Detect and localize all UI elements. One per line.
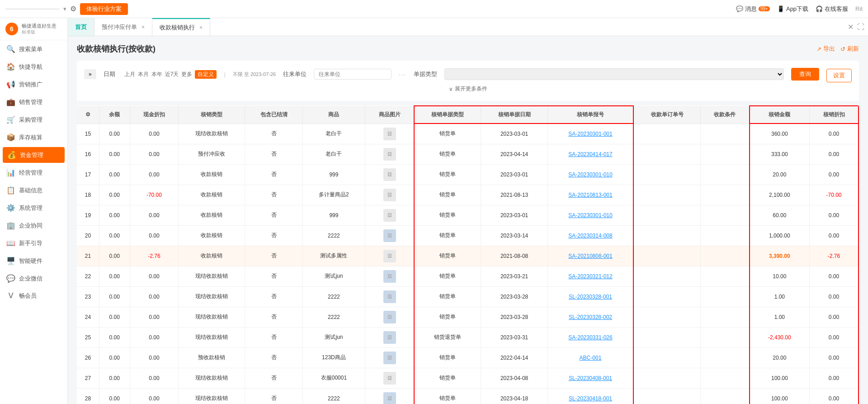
main-layout: 6 畅捷通道好生意 标准版 🔍 搜索菜单 🏠 快捷导航 📢 营销推广 💼 销售管… — [0, 18, 868, 404]
sidebar-item-basic[interactable]: 📋 基础信息 — [0, 181, 67, 199]
tab-receipt-cancel-close[interactable]: × — [199, 24, 203, 31]
sidebar-item-corp[interactable]: 🏢 企业协同 — [0, 217, 67, 234]
td-idx: 22 — [77, 266, 99, 286]
td-cancel-voucher-date: 2023-03-28 — [481, 286, 547, 307]
sidebar-item-business[interactable]: 📊 经营管理 — [0, 164, 67, 181]
sidebar-item-finance[interactable]: 💰 资金管理 — [3, 147, 65, 163]
filter-date-last-month[interactable]: 上月 — [124, 71, 135, 78]
td-cancel-voucher-no[interactable]: SA-20230331-026 — [547, 327, 633, 347]
table-scroll[interactable]: ⚙ 余额 现金折扣 核销类型 包含已结清 商品 商品图片 核销单据类型 核销单据… — [77, 105, 859, 404]
sidebar-item-hardware[interactable]: 🖥️ 智能硬件 — [0, 252, 67, 270]
filter-date-this-year[interactable]: 本年 — [151, 71, 162, 78]
td-cancel-voucher-no[interactable]: SA-20210808-001 — [547, 246, 633, 266]
tab-prepay-close[interactable]: × — [142, 24, 145, 30]
td-cancel-voucher-no[interactable]: SL-20230418-001 — [547, 388, 633, 404]
sidebar-item-inventory[interactable]: 📦 库存核算 — [0, 128, 67, 146]
td-product: 999 — [302, 205, 365, 225]
td-cancel-voucher-no[interactable]: SL-20230328-001 — [547, 286, 633, 307]
tab-prepay[interactable]: 预付冲应付单 × — [94, 18, 152, 36]
filter-date-7days[interactable]: 近7天 — [165, 71, 179, 78]
home-icon: 🏠 — [6, 62, 15, 71]
filter-date-this-month[interactable]: 本月 — [138, 71, 149, 78]
gear-icon[interactable]: ⚙ — [70, 5, 76, 13]
expand-more-btn[interactable]: ∨ 展开更多条件 — [84, 85, 852, 93]
sidebar-item-shortcut[interactable]: 🏠 快捷导航 — [0, 58, 67, 76]
td-idx: 15 — [77, 124, 99, 144]
sidebar-item-search[interactable]: 🔍 搜索菜单 — [0, 40, 67, 58]
td-cancel-amount: -2,430.00 — [750, 327, 810, 347]
td-balance: 0.00 — [99, 124, 130, 144]
td-cancel-voucher-no[interactable]: ABC-001 — [547, 347, 633, 368]
sidebar-item-system[interactable]: ⚙️ 系统管理 — [0, 199, 67, 217]
finance-icon: 💰 — [7, 151, 16, 159]
address-bar[interactable] — [5, 8, 60, 10]
table-row: 260.000.00预收款核销否123D商品🖼销货单2022-04-14ABC-… — [77, 347, 859, 368]
filter-unit-input[interactable] — [314, 69, 392, 80]
td-cancel-voucher-no[interactable]: SA-20230314-008 — [547, 225, 633, 246]
td-cancel-voucher-no[interactable]: SA-20230301-001 — [547, 124, 633, 144]
product-img-placeholder: 🖼 — [383, 250, 396, 262]
td-product: 老白干 — [302, 124, 365, 144]
online-service-btn[interactable]: 🎧 在线客服 — [816, 5, 848, 13]
td-cancel-amount: 100.00 — [750, 368, 810, 388]
industry-btn[interactable]: 体验行业方案 — [80, 3, 128, 15]
tab-receipt-cancel[interactable]: 收款核销执行 × — [152, 18, 210, 36]
sidebar-item-purchase[interactable]: 🛒 采购管理 — [0, 111, 67, 128]
td-receipt-condition — [700, 266, 749, 286]
td-product-img: 🖼 — [365, 368, 414, 388]
page-content: 收款核销执行(按收款) ↗ 导出 ↺ 刷新 » — [68, 36, 868, 404]
table-row: 200.000.00收款核销否2222🖼销货单2023-03-14SA-2023… — [77, 225, 859, 246]
sidebar-item-member[interactable]: V 畅会员 — [0, 287, 67, 304]
app-download-btn[interactable]: 📱 App下载 — [777, 5, 808, 13]
td-cancel-voucher-date: 2023-03-14 — [481, 225, 547, 246]
table-row: 150.000.00现结收款核销否老白干🖼销货单2023-03-01SA-202… — [77, 124, 859, 144]
tab-expand-icon[interactable]: ⛶ — [857, 23, 864, 31]
sidebar-item-marketing[interactable]: 📢 营销推广 — [0, 76, 67, 93]
td-cash-discount: 0.00 — [130, 144, 179, 164]
user-name[interactable]: Rit — [855, 5, 863, 12]
td-cancel-voucher-type: 销货单 — [414, 286, 481, 307]
message-btn[interactable]: 💬 消息 99+ — [736, 5, 770, 13]
td-idx: 28 — [77, 388, 99, 404]
filter-date-custom[interactable]: 自定义 — [195, 70, 217, 79]
td-cancel-amount: 20.00 — [750, 347, 810, 368]
td-cancel-voucher-no[interactable]: SA-20230301-010 — [547, 205, 633, 225]
guide-icon: 📖 — [6, 239, 15, 247]
td-product-img: 🖼 — [365, 327, 414, 347]
td-cancel-voucher-no[interactable]: SA-20210813-001 — [547, 185, 633, 205]
chevron-down-icon: ▾ — [63, 5, 66, 12]
td-cancel-voucher-type: 销货单 — [414, 185, 481, 205]
td-product-img: 🖼 — [365, 185, 414, 205]
td-include-cleared: 否 — [245, 144, 302, 164]
product-img-placeholder: 🖼 — [383, 372, 396, 385]
sidebar-item-sales[interactable]: 💼 销售管理 — [0, 93, 67, 111]
td-cancel-voucher-no[interactable]: SL-20230328-002 — [547, 307, 633, 327]
td-balance: 0.00 — [99, 388, 130, 404]
td-product: 老白干 — [302, 144, 365, 164]
tab-home[interactable]: 首页 — [68, 18, 94, 36]
td-product-img: 🖼 — [365, 307, 414, 327]
td-product: 2222 — [302, 286, 365, 307]
td-cancel-voucher-no[interactable]: SA-20230414-017 — [547, 144, 633, 164]
td-cancel-voucher-no[interactable]: SA-20230321-012 — [547, 266, 633, 286]
export-btn[interactable]: ↗ 导出 — [816, 45, 835, 53]
td-cancel-type: 现结收款核销 — [179, 266, 245, 286]
td-cancel-discount: 0.00 — [810, 368, 859, 388]
refresh-btn[interactable]: ↺ 刷新 — [840, 45, 859, 53]
td-cancel-voucher-no[interactable]: SL-20230408-001 — [547, 368, 633, 388]
setting-btn[interactable]: 设置 — [826, 69, 852, 82]
td-product-img: 🖼 — [365, 246, 414, 266]
sidebar-item-guide[interactable]: 📖 新手引导 — [0, 234, 67, 252]
td-cancel-voucher-no[interactable]: SA-20230301-010 — [547, 164, 633, 185]
filter-date-more[interactable]: 更多 — [181, 71, 192, 78]
filter-expand-btn[interactable]: » — [84, 69, 96, 79]
query-btn[interactable]: 查询 — [791, 68, 819, 81]
sidebar-label-purchase: 采购管理 — [19, 116, 42, 124]
td-cancel-amount: 333.00 — [750, 144, 810, 164]
sidebar-item-wechat[interactable]: 💬 企业微信 — [0, 270, 67, 287]
th-cancel-discount: 核销折扣 — [810, 106, 859, 124]
filter-voucher-type-select[interactable] — [444, 68, 784, 80]
td-cancel-discount: 0.00 — [810, 266, 859, 286]
td-cancel-discount: 0.00 — [810, 286, 859, 307]
tab-close-all-icon[interactable]: ✕ — [848, 23, 854, 31]
